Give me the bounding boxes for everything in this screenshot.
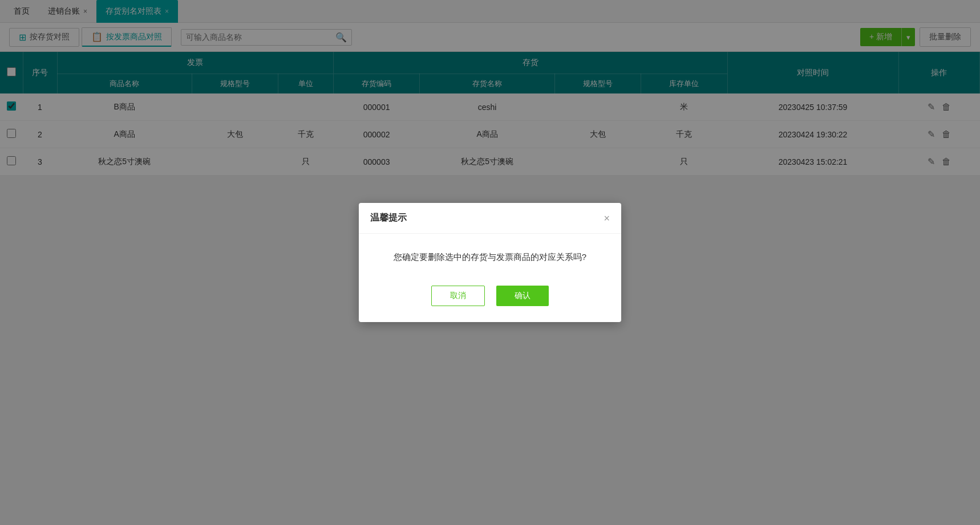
modal-overlay: 温馨提示 × 您确定要删除选中的存货与发票商品的对应关系吗? 取消 确认 [0,0,980,176]
